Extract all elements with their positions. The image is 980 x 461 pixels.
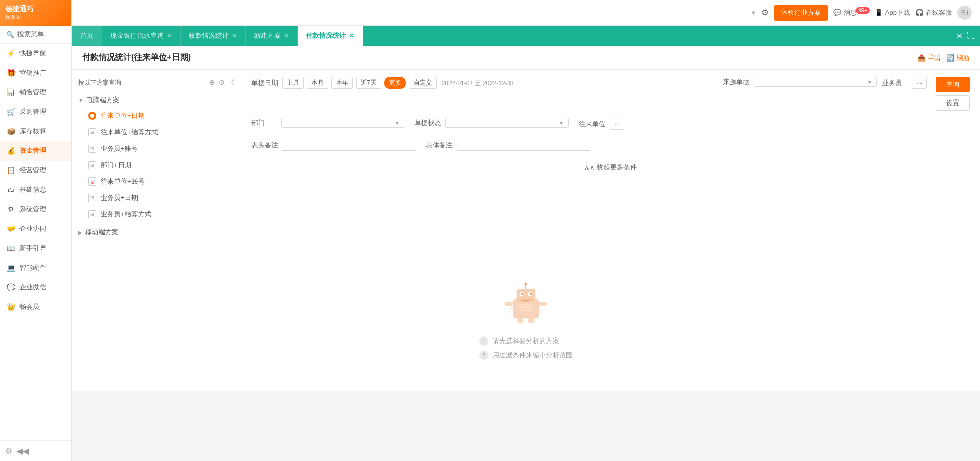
- sidebar-item-operations[interactable]: 📋 经营管理: [0, 161, 71, 180]
- sidebar-item-purchase[interactable]: 🛒 采购管理: [0, 102, 71, 122]
- staff-ellipsis-btn[interactable]: ···: [912, 77, 927, 89]
- export-label: 导出: [928, 53, 941, 63]
- tab-new-scheme-close[interactable]: ✕: [284, 32, 289, 39]
- search-menu[interactable]: 🔍 搜索菜单: [0, 26, 71, 44]
- scheme-collapse-icon[interactable]: 《: [228, 78, 234, 87]
- sidebar-item-guide[interactable]: 📖 新手引导: [0, 238, 71, 258]
- sidebar-footer: ⚙ ◀◀: [0, 440, 71, 461]
- scheme-settings-icon[interactable]: ⊙: [219, 78, 225, 87]
- close-all-tabs-icon[interactable]: ✕: [956, 31, 963, 41]
- online-service-btn[interactable]: 🎧 在线客服: [915, 8, 952, 17]
- collapse-more-btn[interactable]: ∧∧ 收起更多条件: [251, 158, 970, 176]
- tab-bank-flow-close[interactable]: ✕: [167, 32, 172, 39]
- guide-icon: 📖: [6, 244, 15, 253]
- query-btn[interactable]: 查询: [936, 77, 970, 92]
- tab-payment-stats[interactable]: 付款情况统计 ✕: [298, 26, 363, 46]
- scheme-item-label: 往来单位+结算方式: [101, 128, 158, 137]
- sidebar-item-sales[interactable]: 📊 销售管理: [0, 83, 71, 102]
- user-avatar[interactable]: Rit: [957, 6, 972, 20]
- source-select[interactable]: ▼: [754, 77, 877, 87]
- footer-settings-icon[interactable]: ⚙: [5, 446, 12, 456]
- topbar-dropdown[interactable]: ▼: [751, 10, 756, 16]
- scheme-item-unit-date[interactable]: 往来单位+日期: [72, 108, 241, 124]
- sidebar-item-funds[interactable]: 💰 资金管理: [0, 141, 71, 161]
- dept-select[interactable]: ▼: [281, 118, 404, 128]
- scheme-item-icon-unit-account: 📊: [88, 177, 96, 186]
- mobile-group-arrow: ▶: [78, 230, 82, 235]
- tab-payment-stats-label: 付款情况统计: [306, 31, 346, 41]
- tab-bank-flow[interactable]: 现金银行流水查询 ✕: [102, 26, 181, 46]
- online-service-label: 在线客服: [926, 8, 952, 17]
- export-btn[interactable]: 📤 导出: [917, 53, 941, 63]
- date-btn-this-year[interactable]: 本年: [331, 77, 353, 89]
- scheme-item-staff-settle[interactable]: ⊞ 业务员+结算方式: [72, 206, 241, 223]
- filter-field-staff: 业务员 ···: [882, 77, 927, 89]
- sidebar-item-enterprise[interactable]: 🤝 企业协同: [0, 219, 71, 238]
- sidebar-item-member[interactable]: 👑 畅会员: [0, 297, 71, 316]
- scheme-item-staff-account[interactable]: ⊞ 业务员+账号: [72, 141, 241, 157]
- date-range-display: 2022-01-01 至 2022-12-31: [442, 79, 514, 88]
- sidebar: 畅捷通巧 标准版 🔍 搜索菜单 ⚡ 快捷导航 🎁 营销推广 📊 销售管理 🛒 采…: [0, 0, 72, 461]
- sidebar-item-basic-info[interactable]: 🗂 基础信息: [0, 180, 71, 199]
- date-btn-more[interactable]: 更多: [384, 77, 406, 89]
- scheme-item-unit-settle[interactable]: ⊞ 往来单位+结算方式: [72, 124, 241, 141]
- refresh-btn[interactable]: 🔄 刷新: [946, 53, 970, 63]
- header-note-input[interactable]: [282, 139, 416, 151]
- scheme-item-unit-account[interactable]: 📊 往来单位+账号: [72, 173, 241, 190]
- footer-collapse-icon[interactable]: ◀◀: [16, 446, 29, 456]
- header-note-label: 表头备注: [251, 141, 278, 150]
- desktop-group-header[interactable]: ▼ 电脑端方案: [72, 92, 241, 108]
- sidebar-item-wechat[interactable]: 💬 企业微信: [0, 277, 71, 297]
- settings-btn[interactable]: 设置: [936, 95, 970, 111]
- sidebar-item-system[interactable]: ⚙ 系统管理: [0, 199, 71, 219]
- sidebar-item-label: 资金管理: [19, 146, 46, 155]
- scheme-item-dept-date[interactable]: ⊞ 部门+日期: [72, 157, 241, 173]
- tab-home[interactable]: 首页: [72, 26, 102, 46]
- expand-icon[interactable]: ⛶: [967, 31, 975, 41]
- app-download-btn[interactable]: 📱 App下载: [875, 8, 910, 17]
- date-btn-custom[interactable]: 自定义: [409, 77, 437, 89]
- date-btn-7days[interactable]: 近7天: [356, 77, 381, 89]
- svg-point-0: [90, 114, 94, 118]
- scheme-item-icon-unit-date: [88, 112, 96, 120]
- message-btn[interactable]: 💬 消息 99+: [833, 8, 870, 17]
- sidebar-item-marketing[interactable]: 🎁 营销推广: [0, 63, 71, 83]
- sidebar-item-quick-nav[interactable]: ⚡ 快捷导航: [0, 44, 71, 63]
- add-scheme-icon[interactable]: ⊕: [209, 78, 215, 87]
- topbar: —— ▼ ⚙ 体验行业方案 💬 消息 99+ 📱 App下载 🎧 在线客服 Ri…: [72, 0, 980, 26]
- unit-ellipsis-btn[interactable]: ···: [610, 118, 624, 130]
- svg-point-16: [510, 307, 512, 309]
- enterprise-icon: 🤝: [6, 224, 15, 233]
- doc-status-select[interactable]: ▼: [445, 118, 569, 128]
- dept-label: 部门: [251, 118, 277, 128]
- svg-rect-11: [517, 318, 523, 323]
- scheme-header: 按以下方案查询 ⊕ ⊙ 《: [72, 75, 241, 90]
- hint-number-1: 1: [479, 336, 488, 346]
- tab-new-scheme[interactable]: 新建方案 ✕: [246, 26, 298, 46]
- sidebar-item-inventory[interactable]: 📦 库存核算: [0, 122, 71, 141]
- date-options: 上月 本月 本年 近7天 更多 自定义 2022-01-01 至 2022-12…: [282, 77, 514, 89]
- tab-income-stats[interactable]: 收款情况统计 ✕: [181, 26, 246, 46]
- mobile-group-header[interactable]: ▶ 移动端方案: [72, 225, 241, 240]
- topbar-settings-icon[interactable]: ⚙: [761, 8, 769, 17]
- tab-income-stats-close[interactable]: ✕: [232, 32, 237, 39]
- sidebar-item-label: 智能硬件: [19, 263, 46, 272]
- sidebar-item-hardware[interactable]: 💻 智能硬件: [0, 258, 71, 277]
- date-btn-this-month[interactable]: 本月: [307, 77, 328, 89]
- date-btn-last-month[interactable]: 上月: [282, 77, 304, 89]
- trial-btn[interactable]: 体验行业方案: [774, 5, 828, 21]
- scheme-panel: 按以下方案查询 ⊕ ⊙ 《 ▼ 电脑端方案: [72, 70, 241, 245]
- tab-payment-stats-close[interactable]: ✕: [349, 32, 354, 39]
- svg-rect-13: [520, 304, 533, 311]
- sidebar-item-label: 快捷导航: [19, 49, 46, 58]
- filter-field-header-note: 表头备注: [251, 139, 416, 151]
- scheme-item-staff-date[interactable]: ⊞ 业务员+日期: [72, 190, 241, 206]
- collapse-arrow-icon: ∧∧: [584, 164, 595, 171]
- body-note-input[interactable]: [457, 139, 590, 151]
- filter-field-body-note: 表体备注: [426, 139, 590, 151]
- svg-rect-9: [504, 302, 513, 306]
- scheme-item-icon-unit-settle: ⊞: [88, 128, 96, 136]
- sidebar-item-label: 系统管理: [19, 205, 46, 214]
- scheme-item-label: 业务员+账号: [101, 144, 138, 153]
- page-content: 付款情况统计(往来单位+日期) 📤 导出 🔄 刷新 按以下方案查询 ⊕: [72, 46, 980, 461]
